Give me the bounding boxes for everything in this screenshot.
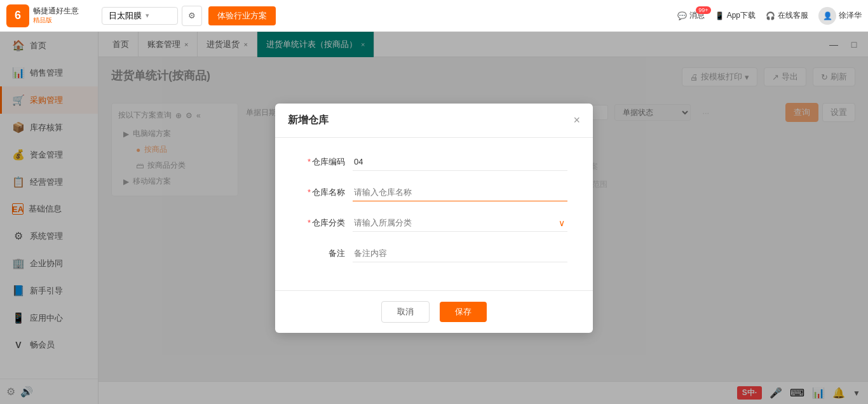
modal-overlay: 新增仓库 × 仓库编码 仓库名称	[98, 57, 868, 381]
messages-item[interactable]: 💬 消息 99+	[677, 10, 705, 21]
category-form-row: 仓库分类 ∨	[301, 214, 567, 232]
note-label: 备注	[301, 248, 345, 259]
name-input[interactable]	[353, 184, 567, 201]
note-form-row: 备注	[301, 245, 567, 262]
modal-close-button[interactable]: ×	[573, 114, 580, 126]
phone-icon: 📱	[715, 11, 724, 20]
category-input-wrap: ∨	[353, 214, 567, 232]
category-dropdown-icon[interactable]: ∨	[559, 218, 565, 228]
online-service-item[interactable]: 🎧 在线客服	[766, 10, 808, 21]
user-name: 徐泽华	[839, 10, 862, 21]
new-warehouse-modal: 新增仓库 × 仓库编码 仓库名称	[275, 104, 593, 333]
online-service-label: 在线客服	[778, 10, 808, 21]
gear-icon: ⚙	[188, 11, 196, 20]
top-header: 6 畅捷通好生意 精品版 日太阳膜 ▾ ⚙ 体验行业方案 💬 消息 99+ 📱 …	[0, 0, 868, 32]
header-right: 💬 消息 99+ 📱 App下载 🎧 在线客服 👤 徐泽华	[677, 7, 862, 25]
logo-area: 6 畅捷通好生意 精品版	[6, 4, 102, 27]
store-name: 日太阳膜	[109, 10, 142, 22]
user-item[interactable]: 👤 徐泽华	[818, 7, 862, 25]
category-label: 仓库分类	[301, 217, 345, 229]
main-layout: 🏠 首页 📊 销售管理 🛒 采购管理 📦 库存核算 💰 资金管理 📋 经营管理 …	[0, 32, 868, 404]
headset-icon: 🎧	[766, 11, 775, 20]
name-label: 仓库名称	[301, 187, 345, 198]
code-input[interactable]	[353, 153, 567, 171]
code-label: 仓库编码	[301, 156, 345, 168]
note-input[interactable]	[353, 245, 567, 262]
message-icon: 💬	[677, 11, 687, 20]
content-area: 首页 账套管理 × 进货退货 × 进货单统计表（按商品） × — □	[98, 32, 868, 404]
logo-icon: 6	[6, 4, 29, 27]
page-content: 进货单统计(按商品) 🖨 按模板打印 ▾ ↗ 导出 ↻	[98, 57, 868, 381]
category-input[interactable]	[353, 214, 567, 232]
save-button[interactable]: 保存	[440, 302, 487, 322]
modal-title: 新增仓库	[288, 114, 329, 127]
code-form-row: 仓库编码	[301, 153, 567, 171]
brand-name: 畅捷通好生意	[33, 6, 79, 17]
cancel-button[interactable]: 取消	[381, 301, 430, 323]
modal-header: 新增仓库 ×	[275, 104, 593, 138]
gear-button[interactable]: ⚙	[182, 6, 202, 26]
modal-footer: 取消 保存	[275, 290, 593, 333]
edition-label: 精品版	[33, 16, 79, 25]
store-selector[interactable]: 日太阳膜 ▾	[102, 7, 178, 25]
experience-button[interactable]: 体验行业方案	[208, 6, 276, 25]
avatar: 👤	[818, 7, 836, 25]
messages-badge: 99+	[696, 6, 710, 14]
app-download-label: App下载	[727, 10, 756, 21]
app-download-item[interactable]: 📱 App下载	[715, 10, 756, 21]
modal-body: 仓库编码 仓库名称 仓库分类 ∨	[275, 138, 593, 290]
name-form-row: 仓库名称	[301, 184, 567, 201]
store-chevron-icon: ▾	[146, 11, 149, 20]
